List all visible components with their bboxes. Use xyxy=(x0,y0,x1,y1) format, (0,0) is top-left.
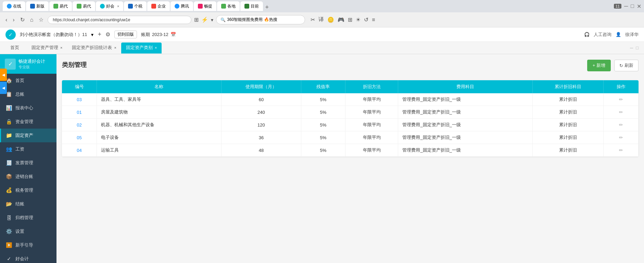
bookmark-button[interactable]: ☆ xyxy=(37,15,45,24)
sidebar-item-reports[interactable]: 📊 报表中心 xyxy=(0,101,56,115)
sun-icon[interactable]: ☀ xyxy=(356,16,361,23)
address-bar: ‹ › ↻ ⌂ ☆ ⊞ ⚡ ▾ 🔍 360智能抠图免费用 🔥热搜 ✂ 译 🪙 🎮… xyxy=(0,12,644,27)
browser-tab-changte[interactable]: 畅提 xyxy=(194,1,216,11)
edit-icon-3[interactable]: ✏ xyxy=(619,135,623,140)
scissors-icon[interactable]: ✂ xyxy=(311,16,315,23)
help-label[interactable]: 人工咨询 xyxy=(594,32,611,38)
tab-label: 畅提 xyxy=(204,3,212,9)
sidebar-item-label: 设置 xyxy=(15,228,24,235)
cell-id-0: 03 xyxy=(62,93,97,106)
chart-icon: 📊 xyxy=(6,105,12,111)
cell-period-1: 240 xyxy=(221,106,301,119)
browser-tab-tencent[interactable]: 腾讯 xyxy=(171,1,193,11)
refresh-button[interactable]: ↻ 刷新 xyxy=(614,60,639,71)
toolbar: + 新增 ↻ 刷新 xyxy=(587,60,639,71)
sidebar-item-tax[interactable]: 💰 税务管理 xyxy=(0,183,56,197)
tab-home[interactable]: 首页 xyxy=(5,43,24,53)
check-icon: ✓ xyxy=(6,256,12,262)
switch-version-btn[interactable]: 切到旧版 xyxy=(114,31,137,38)
table-row: 05 电子设备 36 5% 年限平均 管理费用_固定资产折旧_一级 累计折旧 ✏ xyxy=(62,131,639,144)
sidebar-item-label: 报表中心 xyxy=(15,105,33,111)
minimize-content-icon[interactable]: ─ xyxy=(630,45,633,50)
sidebar-item-guide[interactable]: ▶️ 新手引导 xyxy=(0,238,56,252)
new-tab-button[interactable]: + xyxy=(264,4,270,11)
sidebar-item-label: 固定资产 xyxy=(15,132,33,139)
calendar-icon[interactable]: 📅 xyxy=(171,32,176,37)
expand-content-icon[interactable]: □ xyxy=(636,45,639,50)
game-icon[interactable]: 🎮 xyxy=(338,16,344,23)
sidebar-item-checkout[interactable]: 📂 结账 xyxy=(0,197,56,211)
cell-expense-0: 管理费用_固定资产折旧_一级 xyxy=(398,93,533,106)
sidebar-item-salary[interactable]: 👥 工资 xyxy=(0,142,56,156)
invoice-icon: 🧾 xyxy=(6,160,12,166)
tab-label: 固定资产管理 xyxy=(31,45,58,51)
minimize-icon[interactable]: ─ xyxy=(624,3,628,9)
dropdown-icon[interactable]: ▾ xyxy=(211,17,213,23)
browser-tab-haokuai[interactable]: 好会 × xyxy=(96,1,123,11)
browser-tab-enterprise[interactable]: 企业 xyxy=(147,1,170,11)
edit-icon-1[interactable]: ✏ xyxy=(619,109,623,115)
add-button[interactable]: + 新增 xyxy=(587,60,611,71)
translate-icon[interactable]: 译 xyxy=(318,16,324,23)
tab-label: 个税 xyxy=(134,3,142,9)
grid-icon[interactable]: ⊞ xyxy=(348,16,352,23)
search-box: 🔍 360智能抠图免费用 🔥热搜 xyxy=(216,15,305,24)
sidebar-item-archive[interactable]: 🗄 归档管理 xyxy=(0,211,56,225)
sidebar-item-accounting[interactable]: ✓ 好会计 xyxy=(0,252,56,263)
close-icon[interactable]: ✕ xyxy=(637,3,641,10)
home-button[interactable]: ⌂ xyxy=(29,15,35,24)
browser-tab-easy1[interactable]: 易代 xyxy=(49,1,72,11)
menu-icon[interactable]: ≡ xyxy=(372,17,375,23)
page-title: 类别管理 xyxy=(62,61,87,69)
browser-tab-gedi[interactable]: 各地 xyxy=(217,1,240,11)
settings-btn[interactable]: ⚙ xyxy=(105,31,110,38)
window-controls: 11 ─ □ ✕ xyxy=(614,3,641,10)
tab-label: 固定资产折旧统计表 xyxy=(72,45,112,51)
dropdown-account-btn[interactable]: ▾ xyxy=(91,32,93,37)
browser-tab-muqian[interactable]: 目前 xyxy=(240,1,263,11)
sidebar-item-fixed-assets[interactable]: 📁 固定资产 xyxy=(0,129,56,142)
browser-tab-new[interactable]: 新版 xyxy=(26,1,49,11)
edit-icon-4[interactable]: ✏ xyxy=(619,147,623,153)
sidebar-item-label: 结账 xyxy=(15,201,24,207)
address-input[interactable] xyxy=(48,16,191,24)
reload-button[interactable]: ↻ xyxy=(19,15,26,24)
tab-close-icon[interactable]: × xyxy=(117,4,119,8)
coin-icon[interactable]: 🪙 xyxy=(327,16,334,23)
forward-button[interactable]: › xyxy=(11,15,16,24)
float-icon-2[interactable]: ◀ xyxy=(0,82,7,94)
app-header: ✓ 刘小艳演示帐套（勿删勿动！）11 ▾ + ⚙ 切到旧版 账期 2023-12… xyxy=(0,27,644,42)
cell-residual-2: 5% xyxy=(301,119,345,131)
browser-tab-easy2[interactable]: 易代 xyxy=(73,1,95,11)
sidebar-item-invoice[interactable]: 🧾 发票管理 xyxy=(0,156,56,170)
sidebar-item-home[interactable]: 🏠 首页 xyxy=(0,74,56,87)
tab-fixed-assets-mgmt[interactable]: 固定资产管理 × xyxy=(27,43,67,53)
browser-tab-online[interactable]: 在线 xyxy=(3,1,25,11)
tab-close-depreciation[interactable]: × xyxy=(114,46,116,50)
float-icon-1[interactable]: ◀ xyxy=(0,69,7,81)
tab-close-category[interactable]: × xyxy=(155,46,157,50)
tab-label: 腾讯 xyxy=(181,3,189,9)
undo-icon[interactable]: ↺ xyxy=(364,16,368,23)
cell-id-2: 02 xyxy=(62,119,97,131)
cell-action-3: ✏ xyxy=(604,131,639,144)
cell-method-2: 年限平均 xyxy=(345,119,398,131)
sidebar-item-settings[interactable]: ⚙️ 设置 xyxy=(0,225,56,238)
back-button[interactable]: ‹ xyxy=(4,15,9,24)
tab-depreciation-stats[interactable]: 固定资产折旧统计表 × xyxy=(67,43,121,53)
col-header-expense: 费用科目 xyxy=(398,80,533,93)
browser-tab-tax[interactable]: 个税 xyxy=(124,1,147,11)
sidebar-item-general-ledger[interactable]: 📋 总账 xyxy=(0,87,56,101)
tab-fixed-assets-category[interactable]: 固定资产类别 × xyxy=(121,43,162,53)
sidebar-item-funds[interactable]: 🔒 资金管理 xyxy=(0,115,56,129)
tab-close-fixed-mgmt[interactable]: × xyxy=(60,46,62,50)
device-icon: ⊞ xyxy=(194,16,199,23)
edit-icon-2[interactable]: ✏ xyxy=(619,122,623,128)
add-account-btn[interactable]: + xyxy=(98,31,101,38)
restore-icon[interactable]: □ xyxy=(631,3,634,9)
cell-accumulated-1: 累计折旧 xyxy=(533,106,604,119)
cell-method-3: 年限平均 xyxy=(345,131,398,144)
edit-icon-0[interactable]: ✏ xyxy=(619,97,623,102)
badge-count: 11 xyxy=(614,4,621,9)
sidebar-item-purchase-sales[interactable]: 📦 进销台账 xyxy=(0,170,56,183)
